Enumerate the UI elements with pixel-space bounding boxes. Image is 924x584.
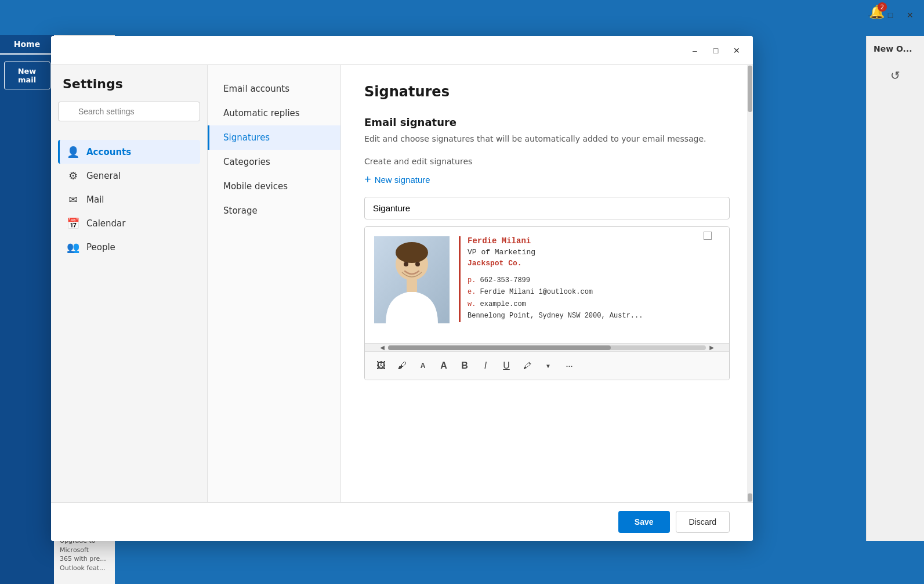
underline-button[interactable]: U xyxy=(497,356,516,375)
settings-subnav: Email accounts Automatic replies Signatu… xyxy=(208,65,341,502)
settings-nav: 👤 Accounts ⚙ General ✉ Mail 📅 Calendar xyxy=(58,140,200,259)
dialog-content: Settings 🔍 👤 Accounts ⚙ General ✉ xyxy=(51,65,753,502)
subnav-categories[interactable]: Categories xyxy=(208,150,340,174)
signature-editor-container: Ferdie Milani VP of Marketing Jackspot C… xyxy=(364,226,730,380)
accounts-icon: 👤 xyxy=(67,146,79,158)
search-settings-input[interactable] xyxy=(58,102,200,121)
settings-dialog: – □ ✕ Settings 🔍 👤 Accounts xyxy=(51,36,753,541)
mail-icon: ✉ xyxy=(67,193,79,206)
horizontal-scrollbar-area: ◀ ▶ xyxy=(365,343,729,351)
sig-email-line: e. Ferdie Milani 1@outlook.com xyxy=(468,286,720,298)
svg-point-5 xyxy=(415,262,420,266)
scroll-left-button[interactable]: ◀ xyxy=(376,342,388,354)
paint-icon: 🖌 xyxy=(397,361,407,371)
highlight-dropdown-button[interactable]: ▼ xyxy=(539,356,557,375)
sig-web-line: w. example.com xyxy=(468,298,720,310)
minimize-button[interactable]: – xyxy=(861,6,880,24)
email-signature-title: Email signature xyxy=(364,116,730,128)
maximize-button[interactable]: □ xyxy=(881,6,900,24)
page-title: Signatures xyxy=(364,84,730,100)
subnav-email-accounts[interactable]: Email accounts xyxy=(208,77,340,101)
subnav-automatic-replies[interactable]: Automatic replies xyxy=(208,101,340,125)
right-panel-peek: New O... ↺ xyxy=(866,36,924,541)
people-label: People xyxy=(86,242,115,253)
subnav-storage[interactable]: Storage xyxy=(208,199,340,223)
image-icon: 🖼 xyxy=(376,361,386,371)
calendar-icon: 📅 xyxy=(67,217,79,229)
settings-title: Settings xyxy=(58,77,200,91)
font-increase-icon: A xyxy=(440,361,447,371)
paint-button[interactable]: 🖌 xyxy=(393,356,411,375)
hscroll-track[interactable] xyxy=(388,345,706,350)
dialog-close-button[interactable]: ✕ xyxy=(727,41,746,60)
sidebar-item-accounts[interactable]: 👤 Accounts xyxy=(58,140,200,164)
svg-point-2 xyxy=(396,242,428,263)
italic-button[interactable]: I xyxy=(476,356,495,375)
signature-layout: Ferdie Milani VP of Marketing Jackspot C… xyxy=(374,236,720,323)
sig-phone-line: p. 662-353-7899 xyxy=(468,275,720,286)
highlight-icon: 🖍 xyxy=(523,361,531,370)
highlight-button[interactable]: 🖍 xyxy=(518,356,537,375)
svg-point-4 xyxy=(404,262,408,266)
font-increase-button[interactable]: A xyxy=(434,356,453,375)
home-tab[interactable]: Home xyxy=(0,35,54,55)
more-options-button[interactable]: ··· xyxy=(560,356,578,375)
discard-button[interactable]: Discard xyxy=(676,511,730,533)
create-edit-label: Create and edit signatures xyxy=(364,157,730,166)
outlook-background: 🔔 2 – □ ✕ Home New mail Favorites Inbox … xyxy=(0,0,924,584)
bold-button[interactable]: B xyxy=(455,356,474,375)
vertical-scrollbar[interactable] xyxy=(747,65,753,502)
settings-sidebar: Settings 🔍 👤 Accounts ⚙ General ✉ xyxy=(51,65,208,502)
new-mail-button[interactable]: New mail xyxy=(4,62,50,89)
scroll-right-button[interactable]: ▶ xyxy=(706,342,718,354)
undo-button[interactable]: ↺ xyxy=(884,64,907,87)
close-button[interactable]: ✕ xyxy=(901,6,919,24)
save-button[interactable]: Save xyxy=(618,511,670,533)
signature-text: Ferdie Milani VP of Marketing Jackspot C… xyxy=(459,236,720,322)
plus-icon: + xyxy=(364,173,371,186)
email-signature-desc: Edit and choose signatures that will be … xyxy=(364,133,730,145)
underline-icon: U xyxy=(503,361,510,371)
email-label: e. xyxy=(468,288,476,296)
font-decrease-button[interactable]: A xyxy=(414,356,432,375)
sidebar-item-general[interactable]: ⚙ General xyxy=(58,164,200,188)
dialog-titlebar: – □ ✕ xyxy=(51,36,753,65)
italic-icon: I xyxy=(484,361,487,371)
sig-address-line: Bennelong Point, Sydney NSW 2000, Austr.… xyxy=(468,310,720,322)
web-label: w. xyxy=(468,300,476,308)
bold-icon: B xyxy=(461,361,468,371)
subnav-signatures[interactable]: Signatures xyxy=(208,125,340,150)
top-ribbon-bar: 🔔 2 – □ ✕ xyxy=(0,0,924,35)
settings-main-inner: Signatures Email signature Edit and choo… xyxy=(341,65,753,410)
sidebar-item-people[interactable]: 👥 People xyxy=(58,235,200,259)
calendar-label: Calendar xyxy=(86,218,125,229)
dialog-controls: – □ ✕ xyxy=(686,41,746,60)
signature-editor-content[interactable]: Ferdie Milani VP of Marketing Jackspot C… xyxy=(365,227,729,343)
dialog-maximize-button[interactable]: □ xyxy=(706,41,725,60)
insert-image-button[interactable]: 🖼 xyxy=(372,356,390,375)
signature-name-input[interactable] xyxy=(364,197,730,219)
phone-label: p. xyxy=(468,276,476,284)
signature-toolbar: 🖼 🖌 A A B xyxy=(365,351,729,380)
subnav-mobile-devices[interactable]: Mobile devices xyxy=(208,174,340,199)
sig-company: Jackspot Co. xyxy=(468,259,720,268)
sidebar-item-calendar[interactable]: 📅 Calendar xyxy=(58,211,200,235)
sig-job-title: VP of Marketing xyxy=(468,248,720,257)
sig-name: Ferdie Milani xyxy=(468,236,720,246)
dialog-footer: Save Discard xyxy=(51,502,753,541)
sig-checkbox[interactable] xyxy=(704,232,712,240)
outlook-left-nav: Home New mail xyxy=(0,35,54,584)
accounts-label: Accounts xyxy=(86,147,131,157)
right-panel-title: New O... xyxy=(867,36,924,62)
window-controls: – □ ✕ xyxy=(861,6,919,24)
general-icon: ⚙ xyxy=(67,170,79,182)
people-icon: 👥 xyxy=(67,241,79,253)
general-label: General xyxy=(86,171,121,181)
new-signature-button[interactable]: + New signature xyxy=(364,173,430,186)
new-signature-label: New signature xyxy=(375,175,430,185)
chevron-down-icon: ▼ xyxy=(545,363,551,369)
web-value: example.com xyxy=(480,300,526,308)
dialog-minimize-button[interactable]: – xyxy=(686,41,704,60)
font-decrease-icon: A xyxy=(421,362,426,370)
sidebar-item-mail[interactable]: ✉ Mail xyxy=(58,188,200,211)
